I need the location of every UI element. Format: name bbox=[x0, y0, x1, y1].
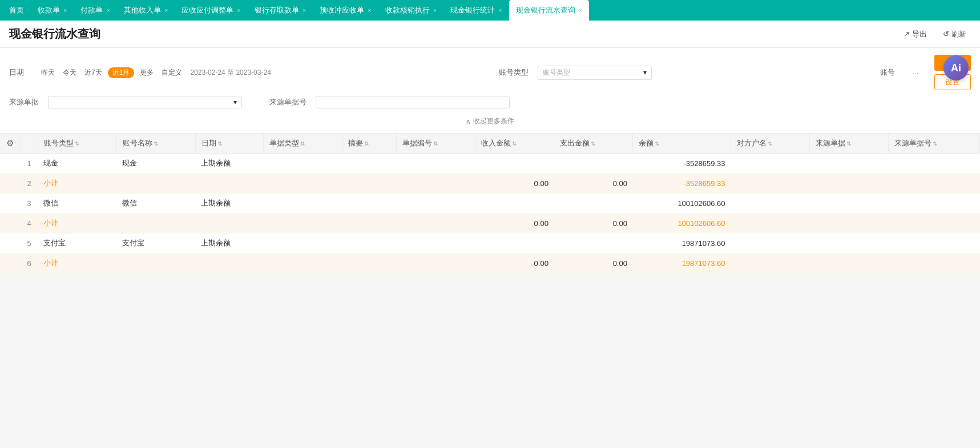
col-gear[interactable]: ⚙ bbox=[0, 134, 21, 154]
nav-item-advance-offset[interactable]: 预收冲应收单× bbox=[313, 0, 378, 21]
close-icon[interactable]: × bbox=[63, 0, 67, 21]
refresh-button[interactable]: ↺ 刷新 bbox=[938, 27, 971, 42]
table-cell bbox=[264, 233, 342, 253]
account-label: 账号 bbox=[880, 67, 901, 78]
table-cell bbox=[810, 213, 889, 233]
table-row: 4小计0.000.00100102606.60 bbox=[0, 213, 980, 233]
nav-item-cash-bank-stat[interactable]: 现金银行统计× bbox=[443, 0, 509, 21]
col-doc-no[interactable]: 单据编号⇅ bbox=[397, 134, 475, 154]
date-1month[interactable]: 近1月 bbox=[108, 67, 135, 78]
col-expense[interactable]: 支出金额⇅ bbox=[554, 134, 633, 154]
table-cell: 100102606.60 bbox=[633, 213, 731, 233]
table-cell: 现金 bbox=[38, 154, 116, 173]
table-cell bbox=[342, 193, 397, 213]
table-cell bbox=[889, 173, 980, 193]
date-today[interactable]: 今天 bbox=[61, 67, 79, 78]
close-icon[interactable]: × bbox=[579, 0, 582, 21]
table-cell bbox=[397, 173, 475, 193]
table-cell bbox=[397, 154, 475, 173]
close-icon[interactable]: × bbox=[433, 0, 437, 21]
table-container: ⚙ 账号类型⇅ 账号名称⇅ 日期⇅ 单据类型⇅ 摘要⇅ 单据编号⇅ 收入金额⇅ … bbox=[0, 134, 980, 273]
table-row: 6小计0.000.0019871073.60 bbox=[0, 253, 980, 273]
col-summary[interactable]: 摘要⇅ bbox=[342, 134, 397, 154]
table-cell: 0.00 bbox=[554, 173, 633, 193]
table-cell: 19871073.60 bbox=[633, 233, 731, 253]
table-cell bbox=[810, 253, 889, 273]
table-cell bbox=[0, 193, 21, 213]
filter-row-2: 来源单据 ▾ 来源单据号 bbox=[9, 96, 971, 108]
table-cell bbox=[397, 253, 475, 273]
account-dots[interactable]: ··· bbox=[910, 68, 921, 77]
export-button[interactable]: ↗ 导出 bbox=[899, 27, 931, 42]
date-yesterday[interactable]: 昨天 bbox=[39, 67, 57, 78]
close-icon[interactable]: × bbox=[303, 0, 306, 21]
table-cell bbox=[475, 193, 554, 213]
table-cell bbox=[0, 154, 21, 173]
nav-item-collection-exec[interactable]: 收款核销执行× bbox=[378, 0, 443, 21]
table-cell bbox=[554, 233, 633, 253]
table-cell bbox=[554, 154, 633, 173]
table-cell bbox=[397, 213, 475, 233]
date-custom[interactable]: 自定义 bbox=[159, 67, 184, 78]
collapse-bar[interactable]: ∧ 收起更多条件 bbox=[9, 114, 971, 128]
nav-item-other-income[interactable]: 其他收入单× bbox=[117, 0, 175, 21]
source-doc-no-label: 来源单据号 bbox=[269, 97, 306, 107]
table-cell bbox=[0, 173, 21, 193]
table-cell bbox=[889, 233, 980, 253]
table-cell bbox=[889, 253, 980, 273]
account-type-select[interactable]: 账号类型 ▾ bbox=[538, 66, 652, 80]
top-nav: 首页收款单×付款单×其他收入单×应收应付调整单×银行存取款单×预收冲应收单×收款… bbox=[0, 0, 980, 21]
table-cell bbox=[264, 253, 342, 273]
nav-item-cash-bank-flow[interactable]: 现金银行流水查询× bbox=[509, 0, 589, 21]
col-income[interactable]: 收入金额⇅ bbox=[475, 134, 554, 154]
col-source-doc-no[interactable]: 来源单据号⇅ bbox=[889, 134, 980, 154]
date-more[interactable]: 更多 bbox=[138, 67, 156, 78]
source-doc-select[interactable]: ▾ bbox=[48, 96, 242, 108]
table-cell: 6 bbox=[21, 253, 38, 273]
table-cell: 2 bbox=[21, 173, 38, 193]
date-7days[interactable]: 近7天 bbox=[82, 67, 104, 78]
nav-item-receivable-adjust[interactable]: 应收应付调整单× bbox=[175, 0, 247, 21]
close-icon[interactable]: × bbox=[368, 0, 371, 21]
col-account-type[interactable]: 账号类型⇅ bbox=[38, 134, 116, 154]
table-cell: 0.00 bbox=[475, 173, 554, 193]
col-account-name[interactable]: 账号名称⇅ bbox=[116, 134, 195, 154]
table-row: 3微信微信上期余额100102606.60 bbox=[0, 193, 980, 213]
header-actions: ↗ 导出 ↺ 刷新 bbox=[899, 27, 971, 42]
date-range-display: 2023-02-24 至 2023-03-24 bbox=[190, 68, 271, 78]
col-counterparty[interactable]: 对方户名⇅ bbox=[731, 134, 810, 154]
table-cell: 19871073.60 bbox=[633, 253, 731, 273]
table-cell bbox=[889, 154, 980, 173]
table-cell bbox=[116, 213, 195, 233]
nav-item-payment[interactable]: 付款单× bbox=[74, 0, 116, 21]
table-cell bbox=[554, 193, 633, 213]
nav-item-home[interactable]: 首页 bbox=[2, 0, 31, 21]
page-header: 现金银行流水查询 ↗ 导出 ↺ 刷新 bbox=[0, 21, 980, 48]
col-source-doc[interactable]: 来源单据⇅ bbox=[810, 134, 889, 154]
table-cell bbox=[810, 173, 889, 193]
table-cell bbox=[889, 193, 980, 213]
close-icon[interactable]: × bbox=[237, 0, 240, 21]
table-cell: 微信 bbox=[116, 193, 195, 213]
close-icon[interactable]: × bbox=[498, 0, 502, 21]
col-doc-type[interactable]: 单据类型⇅ bbox=[264, 134, 342, 154]
table-cell bbox=[731, 173, 810, 193]
col-date[interactable]: 日期⇅ bbox=[195, 134, 264, 154]
table-cell: 上期余额 bbox=[195, 193, 264, 213]
close-icon[interactable]: × bbox=[164, 0, 168, 21]
table-cell bbox=[0, 213, 21, 233]
nav-item-bank-deposit[interactable]: 银行存取款单× bbox=[248, 0, 313, 21]
source-doc-no-input[interactable] bbox=[316, 96, 510, 108]
table-cell: 0.00 bbox=[554, 213, 633, 233]
table-cell bbox=[475, 154, 554, 173]
table-cell bbox=[810, 233, 889, 253]
filter-area: 日期 昨天 今天 近7天 近1月 更多 自定义 2023-02-24 至 202… bbox=[0, 48, 980, 134]
table-cell: -3528659.33 bbox=[633, 173, 731, 193]
table-cell bbox=[397, 193, 475, 213]
ai-badge[interactable]: Ai bbox=[943, 55, 969, 80]
col-balance[interactable]: 余额⇅ bbox=[633, 134, 731, 154]
close-icon[interactable]: × bbox=[106, 0, 110, 21]
nav-item-receipt[interactable]: 收款单× bbox=[31, 0, 74, 21]
table-cell: 100102606.60 bbox=[633, 193, 731, 213]
export-icon: ↗ bbox=[904, 30, 910, 38]
